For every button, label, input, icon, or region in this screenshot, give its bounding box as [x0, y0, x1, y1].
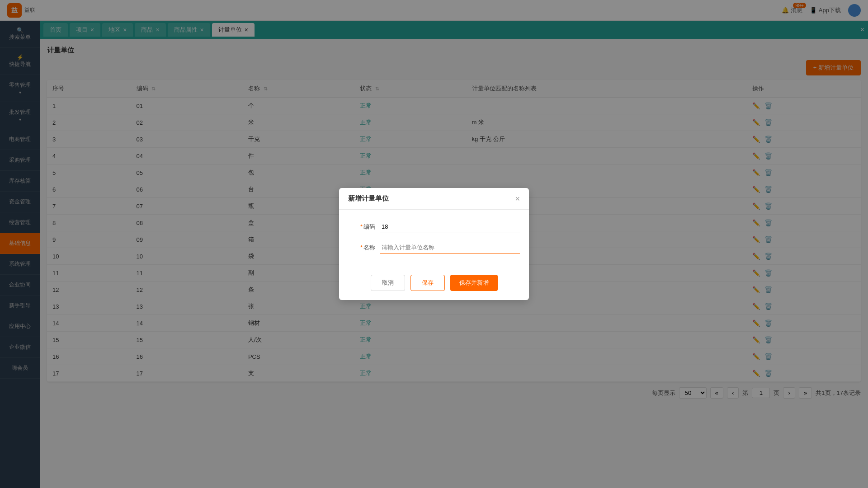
modal-footer: 取消 保存 保存并新增 [339, 269, 529, 300]
code-input[interactable] [380, 221, 520, 233]
code-label: *编码 [348, 223, 375, 231]
name-form-row: *名称 [348, 241, 520, 254]
required-mark: * [360, 244, 363, 251]
modal-overlay[interactable]: 新增计量单位 × *编码 *名称 取消 保存 保存并新增 [0, 0, 868, 488]
name-label: *名称 [348, 244, 375, 252]
save-and-add-button[interactable]: 保存并新增 [450, 275, 498, 291]
code-form-row: *编码 [348, 221, 520, 233]
modal-header: 新增计量单位 × [339, 188, 529, 210]
save-button[interactable]: 保存 [410, 275, 445, 291]
cancel-button[interactable]: 取消 [371, 275, 405, 291]
name-input[interactable] [380, 241, 520, 254]
modal-body: *编码 *名称 [339, 210, 529, 269]
required-mark: * [360, 223, 363, 230]
modal-title: 新增计量单位 [348, 194, 389, 203]
add-unit-modal: 新增计量单位 × *编码 *名称 取消 保存 保存并新增 [339, 188, 529, 300]
modal-close-button[interactable]: × [515, 195, 520, 203]
